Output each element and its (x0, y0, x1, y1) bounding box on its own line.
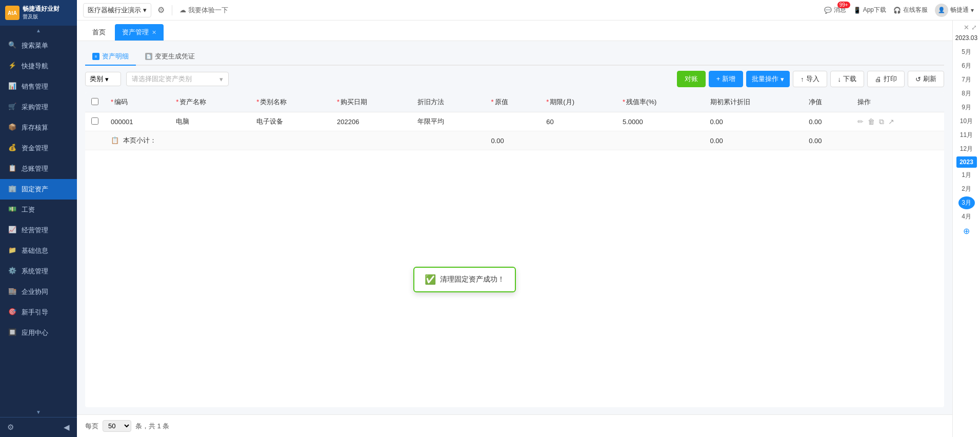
new-button[interactable]: + 新增 (709, 71, 743, 87)
payroll-icon: 💵 (8, 205, 17, 214)
online-service-button[interactable]: 🎧 在线客服 (893, 6, 928, 14)
cell-code: 000001 (105, 112, 170, 131)
refresh-button[interactable]: ↺ 刷新 (908, 71, 944, 87)
sidebar-item-assets[interactable]: 🏢 固定资产 (0, 179, 77, 200)
cal-month-4[interactable]: 4月 (956, 210, 977, 223)
sidebar-item-sales[interactable]: 📊 销售管理 (0, 76, 77, 97)
sidebar-item-operations[interactable]: 📈 经营管理 (0, 220, 77, 241)
print-button[interactable]: 🖨 打印 (867, 71, 905, 87)
sidebar-item-payroll[interactable]: 💵 工资 (0, 200, 77, 220)
headset-icon: 🎧 (893, 7, 901, 14)
select-all-header[interactable] (85, 92, 105, 112)
tab-asset-mgmt[interactable]: 资产管理 ✕ (115, 24, 164, 41)
cal-month-5[interactable]: 5月 (956, 46, 977, 58)
search-icon: 🔍 (8, 41, 17, 50)
cal-month-1[interactable]: 1月 (956, 169, 977, 182)
panel-close-icon[interactable]: ✕ (964, 24, 969, 31)
batch-button[interactable]: 批量操作 ▾ (746, 71, 790, 87)
copy-action-icon[interactable]: ⧉ (879, 117, 884, 126)
system-icon: ⚙️ (8, 267, 17, 276)
topbar-settings-icon[interactable]: ⚙ (157, 5, 165, 15)
settings-icon[interactable]: ⚙ (7, 423, 14, 432)
cal-year-2023[interactable]: 2023 (956, 156, 977, 168)
app-download-button[interactable]: 📱 App下载 (853, 6, 886, 14)
sales-icon: 📊 (8, 82, 17, 91)
select-all-checkbox[interactable] (91, 98, 98, 105)
row-checkbox-cell[interactable] (85, 112, 105, 131)
quicknav-icon: ⚡ (8, 62, 17, 71)
logo-text: 畅捷通好业财 (23, 5, 59, 13)
sidebar-footer: ⚙ ◀ (0, 417, 77, 437)
edit-action-icon[interactable]: ✏ (857, 117, 864, 126)
ledger-icon: 📋 (8, 164, 17, 173)
inventory-icon: 📦 (8, 123, 17, 132)
row-checkbox[interactable] (91, 117, 98, 125)
col-depreciation: 折旧方法 (411, 92, 485, 112)
cal-month-2[interactable]: 2月 (956, 183, 977, 195)
subtotal-initial: 0.00 (704, 131, 803, 150)
sidebar-item-ledger[interactable]: 📋 总账管理 (0, 158, 77, 179)
toolbar-right: 对账 + 新增 批量操作 ▾ ↑ 导入 ↓ 下载 (677, 71, 944, 87)
message-button[interactable]: 💬 消息 99+ (824, 6, 846, 14)
sub-tab-voucher[interactable]: 📄 变更生成凭证 (138, 48, 202, 66)
calendar-items: 5月 6月 7月 8月 9月 10月 11月 12月 2023 1月 2月 3月… (953, 44, 980, 437)
filter-chevron-icon: ▾ (219, 75, 223, 83)
tab-close-icon[interactable]: ✕ (152, 29, 156, 36)
collapse-icon[interactable]: ◀ (64, 423, 70, 432)
avatar: 👤 (935, 4, 948, 17)
cal-month-9[interactable]: 9月 (956, 101, 977, 114)
page-size-select[interactable]: 50 100 200 (103, 420, 131, 432)
cell-residual-rate: 5.0000 (616, 112, 704, 131)
sidebar-item-system[interactable]: ⚙️ 系统管理 (0, 261, 77, 282)
category-select[interactable]: 类别 ▾ (85, 72, 121, 86)
col-period: *期限(月) (540, 92, 616, 112)
subtotal-row: 📋 本页小计： 0.00 0.00 0.00 (85, 131, 944, 150)
logo-icon: AtA (5, 6, 19, 20)
experience-button[interactable]: ☁ 我要体验一下 (179, 6, 228, 15)
cal-month-6[interactable]: 6月 (956, 59, 977, 72)
cal-month-10[interactable]: 10月 (956, 115, 977, 128)
success-toast: ✅ 清理固定资产成功！ (413, 267, 516, 292)
sidebar-scroll-down[interactable]: ▼ (0, 407, 77, 417)
export-button[interactable]: ↑ 导入 (793, 71, 827, 87)
cal-month-3-active[interactable]: 3月 (958, 196, 975, 209)
guide-icon: 🎯 (8, 308, 17, 317)
more-action-icon[interactable]: ↗ (888, 117, 894, 126)
operations-icon: 📈 (8, 226, 17, 235)
cal-nav-down[interactable]: ⊕ (956, 224, 977, 238)
asset-list-icon: ≡ (92, 53, 99, 60)
sidebar-item-apps[interactable]: 🔲 应用中心 (0, 323, 77, 343)
sidebar-scroll-up[interactable]: ▲ (0, 26, 77, 35)
cal-month-12[interactable]: 12月 (956, 143, 977, 155)
reconcile-button[interactable]: 对账 (677, 71, 706, 87)
tab-home[interactable]: 首页 (85, 24, 113, 41)
col-actions: 操作 (851, 92, 944, 112)
sub-tabs: ≡ 资产明细 📄 变更生成凭证 (85, 48, 944, 66)
sidebar-item-capital[interactable]: 💰 资金管理 (0, 138, 77, 158)
basic-icon: 📁 (8, 246, 17, 255)
sidebar-item-purchase[interactable]: 🛒 采购管理 (0, 97, 77, 117)
sub-tab-asset-list[interactable]: ≡ 资产明细 (85, 48, 136, 66)
subtotal-net: 0.00 (803, 131, 851, 150)
cal-month-8[interactable]: 8月 (956, 87, 977, 100)
cal-month-7[interactable]: 7月 (956, 73, 977, 86)
download-button[interactable]: ↓ 下载 (830, 71, 865, 87)
topbar-right: 💬 消息 99+ 📱 App下载 🎧 在线客服 👤 畅捷通 ▾ (824, 4, 974, 17)
toast-check-icon: ✅ (425, 274, 436, 285)
sidebar-item-inventory[interactable]: 📦 库存核算 (0, 117, 77, 138)
category-input[interactable]: 请选择固定资产类别 ▾ (126, 72, 229, 86)
table-row: 000001 电脑 电子设备 202206 年限平均 60 5.0000 0.0… (85, 112, 944, 131)
right-panel: ✕ ⤢ 2023.03 5月 6月 7月 8月 9月 10月 11月 12月 2… (952, 21, 980, 437)
sidebar-item-enterprise[interactable]: 🏬 企业协同 (0, 282, 77, 302)
panel-expand-icon[interactable]: ⤢ (971, 24, 977, 31)
sidebar-item-quicknav[interactable]: ⚡ 快捷导航 (0, 56, 77, 76)
user-menu[interactable]: 👤 畅捷通 ▾ (935, 4, 974, 17)
company-selector[interactable]: 医疗器械行业演示 ▾ (83, 3, 151, 17)
cal-month-11[interactable]: 11月 (956, 129, 977, 142)
cell-period: 60 (540, 112, 616, 131)
sidebar-item-basic[interactable]: 📁 基础信息 (0, 241, 77, 261)
delete-action-icon[interactable]: 🗑 (868, 117, 875, 126)
sidebar-item-guide[interactable]: 🎯 新手引导 (0, 302, 77, 323)
col-category: *类别名称 (250, 92, 331, 112)
sidebar-item-search[interactable]: 🔍 搜索菜单 (0, 35, 77, 56)
